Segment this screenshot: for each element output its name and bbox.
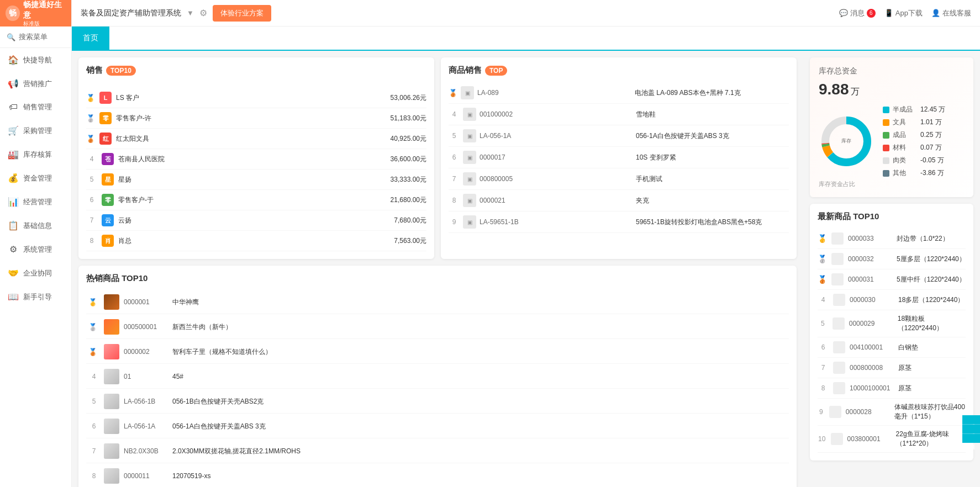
sidebar-item-purchase[interactable]: 🛒 采购管理 [0, 119, 71, 142]
medal-gold-icon: 🥇 [86, 94, 95, 102]
app-download-button[interactable]: 📱 App下载 [884, 8, 923, 18]
finance-icon: 💰 [8, 173, 19, 183]
hot-name-1: 中华神鹰 [172, 298, 199, 307]
sold-code-5: 000800005 [480, 175, 633, 183]
client-name-2: 零售客户-许 [116, 114, 386, 123]
inventory-icon: 🏭 [8, 149, 19, 160]
sidebar-item-marketing[interactable]: 📢 营销推广 [0, 72, 71, 96]
logo-icon: 畅 [6, 6, 20, 21]
client-name-5: 星扬 [118, 175, 386, 184]
sold-code-7: LA-59651-1B [480, 218, 633, 226]
hot-img-6 [104, 419, 119, 434]
hot-code-6: LA-056-1A [124, 422, 168, 430]
new-img-10 [831, 433, 843, 445]
mobile-icon: 📱 [884, 9, 893, 17]
new-name-10: 22g鱼豆腐-烧烤味（1*12*20） [896, 430, 966, 448]
hot-name-6: 056-1A白色按键开关盖ABS 3克 [172, 422, 266, 431]
collab-icon: 🤝 [8, 268, 19, 278]
sidebar-item-finance[interactable]: 💰 资金管理 [0, 166, 71, 190]
new-code-8: 10000100001 [850, 384, 894, 392]
right-panel: 库存总资金 9.88 万 [803, 51, 980, 487]
purchase-icon: 🛒 [8, 125, 19, 136]
legend-color-2 [883, 132, 889, 139]
client-avatar-7: 云 [102, 214, 114, 226]
content-area: 销售 TOP10 🥇 L LS 客户 53,006.26元 🥈 [72, 51, 980, 487]
new-rank-7: 7 [818, 364, 829, 372]
client-name-7: 云扬 [118, 216, 389, 225]
new-name-5: 18颗粒板（1220*2440） [898, 314, 966, 333]
new-rank-6: 6 [818, 343, 829, 351]
try-button[interactable]: 体验行业方案 [213, 5, 271, 22]
float-btn-service[interactable]: 客服热线 [962, 415, 980, 425]
new-img-2 [831, 253, 844, 265]
new-img-9 [829, 406, 841, 418]
client-avatar-6: 零 [102, 194, 114, 206]
inventory-total-card: 库存总资金 9.88 万 [810, 57, 973, 197]
sold-name-2: 雪地鞋 [636, 110, 789, 119]
new-row-10: 10 003800001 22g鱼豆腐-烧烤味（1*12*20） [818, 426, 966, 453]
hot-img-7 [104, 443, 119, 459]
hot-img-2 [104, 319, 119, 335]
new-rank-5: 5 [818, 320, 828, 327]
sold-code-6: 0000021 [480, 197, 633, 204]
sidebar-item-quicknav[interactable]: 🏠 快捷导航 [0, 48, 71, 72]
float-buttons: 客服热线 服务社区 直播 [962, 415, 980, 443]
new-code-7: 000800008 [850, 364, 894, 372]
top-clients-card: 销售 TOP10 🥇 L LS 客户 53,006.26元 🥈 [78, 57, 434, 259]
new-rank-10: 10 [818, 435, 826, 443]
client-row-3: 🥉 红 红太阳文具 40,925.00元 [86, 129, 426, 149]
new-name-6: 白钢垫 [898, 343, 918, 352]
donut-chart-area: 库存 半成品 12.45 万 文具 1.01 万 [819, 105, 965, 178]
hot-code-5: LA-056-1B [124, 398, 168, 405]
sold-top-badge: TOP [485, 66, 507, 76]
hot-code-3: 0000002 [124, 348, 168, 356]
sold-row-1: 🥉 ▣ LA-089 电池盖 LA-089 ABS本色+黑种 7.1克 [449, 82, 789, 104]
top-sold-title: 商品销售 TOP [449, 65, 789, 76]
hot-row-6: 6 LA-056-1A 056-1A白色按键开关盖ABS 3克 [86, 415, 789, 438]
hot-products-title: 热销商品 TOP10 [86, 273, 789, 284]
settings-icon[interactable]: ⚙ [199, 8, 207, 18]
sidebar-item-collab[interactable]: 🤝 企业协同 [0, 261, 71, 285]
home-icon: 🏠 [8, 55, 19, 65]
legend-color-0 [883, 107, 889, 113]
sold-name-4: 10S 变刹罗紧 [636, 153, 789, 162]
sidebar-item-system[interactable]: ⚙ 系统管理 [0, 237, 71, 261]
new-row-7: 7 000800008 原茎 [818, 358, 966, 378]
inventory-legend: 半成品 12.45 万 文具 1.01 万 成品 0.25 万 [883, 105, 945, 178]
new-name-7: 原茎 [898, 363, 911, 373]
client-row-1: 🥇 L LS 客户 53,006.26元 [86, 88, 426, 108]
product-img-7: ▣ [463, 215, 476, 229]
sidebar-item-basics[interactable]: 📋 基础信息 [0, 214, 71, 237]
nav-tabs: 首页 [72, 27, 980, 51]
hot-row-5: 5 LA-056-1B 056-1B白色按键开关壳ABS2克 [86, 390, 789, 414]
sold-code-4: 0000017 [480, 153, 633, 161]
new-img-1 [831, 232, 844, 245]
float-btn-live[interactable]: 直播 [962, 434, 980, 443]
hot-code-2: 000500001 [124, 323, 168, 331]
new-name-8: 原茎 [898, 384, 911, 393]
hot-name-3: 智利车子里（规格不知道填什么） [172, 347, 272, 357]
product-img-1: ▣ [461, 86, 474, 99]
online-service-button[interactable]: 👤 在线客服 [931, 8, 971, 18]
hot-code-7: NB2.0X30B [124, 447, 168, 455]
legend-item-4: 肉类 -0.05 万 [883, 156, 945, 165]
sidebar-logo: 畅 畅捷通好生意 标准版 [0, 0, 71, 27]
dropdown-icon[interactable]: ▼ [187, 9, 194, 17]
hot-img-3 [104, 344, 119, 359]
messages-button[interactable]: 💬 消息 6 [839, 8, 876, 18]
sidebar-item-sales[interactable]: 🏷 销售管理 [0, 96, 71, 119]
sold-row-7: 9 ▣ LA-59651-1B 59651-1B旋转投影灯电池盒ABS黑色+58… [449, 211, 789, 233]
hot-name-4: 45# [172, 373, 183, 380]
client-value-7: 7,680.00元 [394, 216, 426, 225]
search-menu[interactable]: 🔍 搜索菜单 [0, 27, 71, 48]
sidebar-item-inventory[interactable]: 🏭 库存核算 [0, 142, 71, 166]
sold-name-5: 手机测试 [636, 174, 789, 184]
float-btn-community[interactable]: 服务社区 [962, 425, 980, 434]
hot-rank-5: 5 [88, 398, 99, 405]
new-medal-2: 🥈 [818, 255, 827, 263]
sidebar-item-operations[interactable]: 📊 经营管理 [0, 190, 71, 214]
sidebar: 畅 畅捷通好生意 标准版 🔍 搜索菜单 🏠 快捷导航 📢 营销推广 🏷 销售管理… [0, 0, 72, 487]
sidebar-item-guide[interactable]: 📖 新手引导 [0, 285, 71, 309]
tab-home[interactable]: 首页 [72, 27, 109, 50]
hot-medal-1: 🥇 [88, 298, 99, 306]
